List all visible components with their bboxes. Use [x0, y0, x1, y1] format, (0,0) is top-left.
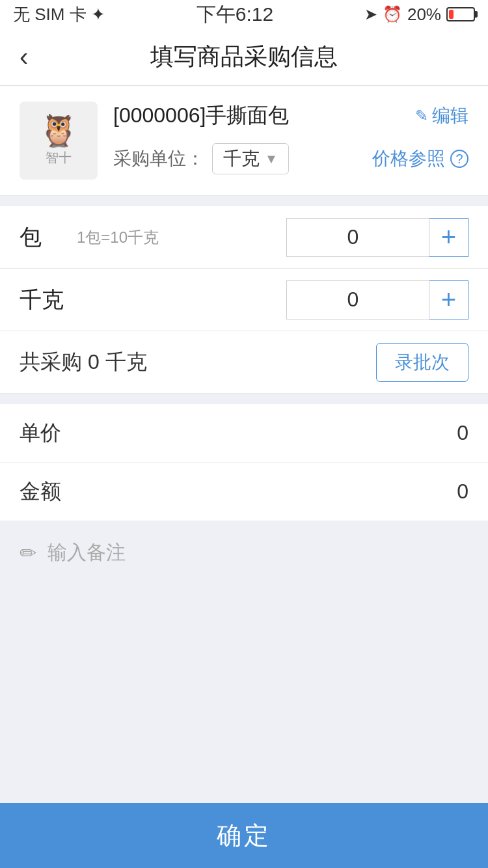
- unit-label: 采购单位：: [113, 146, 204, 171]
- unit-select[interactable]: 千克 ▼: [212, 143, 289, 174]
- price-ref-button[interactable]: 价格参照 ?: [372, 146, 468, 171]
- info-section: 单价 0 金额 0: [0, 404, 488, 521]
- amount-value: 0: [457, 480, 468, 504]
- status-time: 下午6:12: [197, 1, 273, 28]
- page-title: 填写商品采购信息: [150, 41, 338, 73]
- input-section: 包 1包=10千克 + 千克 +: [0, 206, 488, 331]
- unit-price-row: 单价 0: [0, 404, 488, 463]
- bag-plus-button[interactable]: +: [429, 218, 468, 257]
- empty-space: [0, 584, 488, 803]
- kg-quantity-input[interactable]: [286, 280, 429, 319]
- unit-price-label: 单价: [20, 419, 457, 448]
- kg-input-control: +: [286, 280, 468, 319]
- unit-row: 采购单位： 千克 ▼ 价格参照 ?: [113, 143, 468, 174]
- battery-percent: 20%: [407, 5, 441, 25]
- bag-sublabel: 1包=10千克: [77, 227, 159, 248]
- unit-value: 千克: [223, 146, 260, 171]
- notes-placeholder: 输入备注: [47, 539, 126, 566]
- product-card: 🦉 智十 [0000006]手撕面包 ✎ 编辑 采购单位： 千克 ▼: [0, 86, 488, 196]
- section-divider-1: [0, 196, 488, 206]
- status-left: 无 SIM 卡 ✦: [13, 3, 105, 26]
- alarm-icon: ⏰: [383, 5, 402, 23]
- bag-quantity-input[interactable]: [286, 218, 429, 257]
- battery-icon: [446, 7, 475, 21]
- nav-bar: ‹ 填写商品采购信息: [0, 29, 488, 86]
- section-divider-2: [0, 394, 488, 404]
- notes-section[interactable]: ✏ 输入备注: [0, 521, 488, 584]
- bag-label: 包: [20, 223, 72, 252]
- kg-label: 千克: [20, 285, 72, 315]
- pencil-icon: ✏: [20, 541, 37, 565]
- amount-row: 金额 0: [0, 463, 488, 521]
- price-ref-label: 价格参照: [372, 146, 445, 171]
- product-name: [0000006]手撕面包: [113, 102, 289, 130]
- page-wrapper: 无 SIM 卡 ✦ 下午6:12 ➤ ⏰ 20% ‹ 填写商品采购信息 🦉 智十…: [0, 0, 488, 868]
- edit-icon: ✎: [415, 107, 428, 125]
- unit-price-value: 0: [457, 421, 468, 445]
- product-image-label: 智十: [46, 149, 72, 167]
- owl-icon: 🦉: [39, 115, 78, 146]
- status-bar: 无 SIM 卡 ✦ 下午6:12 ➤ ⏰ 20%: [0, 0, 488, 29]
- summary-row: 共采购 0 千克 录批次: [0, 331, 488, 394]
- location-icon: ➤: [364, 5, 377, 23]
- amount-label: 金额: [20, 478, 457, 506]
- back-button[interactable]: ‹: [20, 42, 41, 72]
- product-info: [0000006]手撕面包 ✎ 编辑 采购单位： 千克 ▼ 价格参照 ?: [113, 102, 468, 174]
- status-right: ➤ ⏰ 20%: [364, 5, 475, 25]
- bag-input-control: +: [286, 218, 468, 257]
- batch-button[interactable]: 录批次: [376, 343, 468, 382]
- product-name-row: [0000006]手撕面包 ✎ 编辑: [113, 102, 468, 130]
- confirm-button[interactable]: 确定: [0, 803, 488, 868]
- sim-status: 无 SIM 卡 ✦: [13, 3, 105, 26]
- kg-plus-button[interactable]: +: [429, 280, 468, 319]
- info-icon: ?: [450, 150, 468, 168]
- product-image: 🦉 智十: [20, 102, 98, 180]
- summary-text: 共采购 0 千克: [20, 348, 376, 377]
- edit-button[interactable]: ✎ 编辑: [415, 103, 468, 128]
- kg-input-row: 千克 +: [0, 269, 488, 331]
- chevron-down-icon: ▼: [265, 152, 278, 167]
- bag-input-row: 包 1包=10千克 +: [0, 206, 488, 269]
